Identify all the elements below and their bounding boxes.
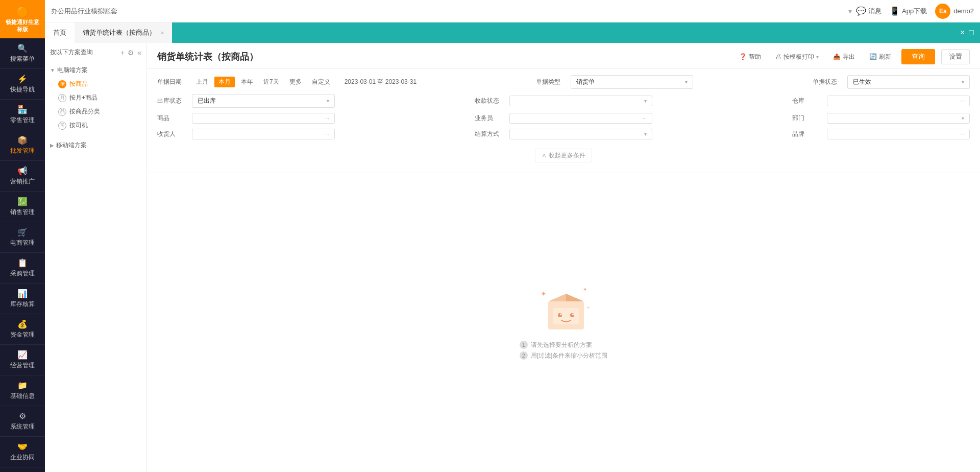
- logo-icon: 🟠: [3, 5, 42, 18]
- doc-status-select[interactable]: 已生效 ▾: [847, 75, 970, 89]
- topbar: 办公用品行业模拟账套 ▾ 💬 消息 📱 App下载 Ea demo2: [45, 0, 980, 22]
- sidebar-item-wholesale[interactable]: 📦 批发管理: [0, 130, 45, 161]
- date-tab-custom[interactable]: 自定义: [308, 77, 334, 87]
- sidebar-item-purchase[interactable]: 📋 采购管理: [0, 253, 45, 284]
- sales-icon: 💹: [17, 197, 28, 206]
- goods-select[interactable]: ···: [192, 113, 335, 124]
- print-btn[interactable]: 🖨 按模板打印 ▾: [771, 51, 823, 63]
- query-btn[interactable]: 查询: [901, 49, 935, 64]
- refresh-icon: 🔄: [869, 53, 877, 60]
- svg-point-4: [560, 314, 561, 315]
- collapse-more-btn[interactable]: ∧ 收起更多条件: [535, 149, 592, 162]
- sidebar-item-operations[interactable]: 📈 经营管理: [0, 345, 45, 375]
- receiver-select[interactable]: ···: [192, 129, 335, 139]
- tab-close-icon[interactable]: ×: [161, 30, 164, 36]
- page-header: 销货单统计表（按商品） ❓ 帮助 🖨 按模板打印 ▾ 📤 导出: [147, 43, 980, 69]
- sidebar-item-retail[interactable]: 🏪 零售管理: [0, 100, 45, 130]
- tree-child-goods-cat[interactable]: 品 按商品分类: [45, 105, 146, 119]
- warehouse-select[interactable]: ···: [827, 96, 970, 106]
- sidebar-item-collab[interactable]: 🤝 企业协同: [0, 437, 45, 467]
- tab-home[interactable]: 首页: [45, 22, 75, 43]
- date-tab-thisyear[interactable]: 本年: [237, 77, 257, 87]
- date-range-value: 2023-03-01 至 2023-03-31: [345, 78, 416, 86]
- sidebar-operations-label: 经营管理: [10, 361, 35, 370]
- tree-child-driver[interactable]: 司 按司机: [45, 119, 146, 132]
- user-menu[interactable]: Ea demo2: [935, 4, 974, 19]
- filter-area: 单据日期 上月 本月 本年 近7天 更多 自定义 2023-03-01 至 20…: [147, 69, 980, 173]
- tree-child-goods[interactable]: 按 按商品: [45, 77, 146, 91]
- date-tab-7days[interactable]: 近7天: [259, 77, 283, 87]
- svg-point-2: [558, 313, 562, 317]
- sidebar-item-marketing[interactable]: 📢 营销推广: [0, 161, 45, 192]
- receiver-arrow: ···: [325, 131, 329, 137]
- tree-parent-mobile[interactable]: ▶ 移动端方案: [45, 138, 146, 152]
- date-tab-more[interactable]: 更多: [285, 77, 306, 87]
- doc-type-select[interactable]: 销货单 ▾: [571, 75, 693, 89]
- tree-parent-desktop[interactable]: ▼ 电脑端方案: [45, 63, 146, 77]
- refresh-btn[interactable]: 🔄 刷新: [865, 51, 895, 63]
- help-label: 帮助: [749, 53, 761, 61]
- doc-status-arrow: ▾: [962, 79, 964, 85]
- dept-select[interactable]: ▾: [827, 113, 970, 124]
- tip-1-text: 请先选择要分析的方案: [531, 341, 592, 349]
- filter-row-1: 单据日期 上月 本月 本年 近7天 更多 自定义 2023-03-01 至 20…: [157, 75, 970, 89]
- sidebar-item-sales[interactable]: 💹 销售管理: [0, 192, 45, 222]
- user-name: demo2: [953, 7, 974, 15]
- close-window-btn[interactable]: ×: [960, 28, 965, 37]
- tree-child-month-goods[interactable]: 月 按月+商品: [45, 91, 146, 105]
- app-download-icon: 📱: [890, 6, 900, 16]
- print-dropdown-icon[interactable]: ▾: [816, 54, 819, 60]
- sidebar-logo[interactable]: 🟠 畅捷通好生意 标版: [0, 0, 45, 38]
- out-status-arrow: ▾: [327, 98, 329, 104]
- industry-dropdown[interactable]: ▾: [848, 7, 852, 15]
- salesman-arrow: ···: [643, 115, 647, 121]
- salesman-select[interactable]: ···: [509, 113, 652, 124]
- right-panel: 销货单统计表（按商品） ❓ 帮助 🖨 按模板打印 ▾ 📤 导出: [147, 43, 980, 472]
- sidebar-item-sysadmin[interactable]: ⚙ 系统管理: [0, 406, 45, 437]
- collect-status-label: 收款状态: [475, 97, 505, 105]
- tree-section-mobile: ▶ 移动端方案: [45, 135, 146, 155]
- app-download-label: App下载: [902, 7, 927, 16]
- purchase-icon: 📋: [17, 258, 28, 268]
- tree-child-month-goods-label: 按月+商品: [69, 93, 97, 102]
- salesman-label: 业务员: [475, 114, 505, 123]
- sidebar-item-newguide[interactable]: 🎯 新手引导: [0, 467, 45, 472]
- out-status-select[interactable]: 已出库 ▾: [192, 94, 335, 108]
- message-btn[interactable]: 💬 消息: [856, 6, 881, 16]
- tree-child-goods-label: 按商品: [69, 80, 88, 88]
- maximize-window-btn[interactable]: □: [969, 28, 974, 37]
- refresh-label: 刷新: [879, 53, 891, 61]
- sidebar-item-finance[interactable]: 💰 资金管理: [0, 314, 45, 345]
- sidebar-item-basicinfo[interactable]: 📁 基础信息: [0, 375, 45, 406]
- settings-btn[interactable]: 设置: [941, 49, 970, 64]
- sidebar-item-search[interactable]: 🔍 搜索菜单: [0, 38, 45, 69]
- goods-arrow: ···: [325, 115, 329, 121]
- scheme-settings-btn[interactable]: ⚙: [128, 49, 134, 57]
- add-scheme-btn[interactable]: +: [120, 49, 125, 57]
- payment-select[interactable]: ▾: [509, 129, 652, 139]
- collect-status-select[interactable]: ▾: [509, 96, 652, 106]
- date-tab-lastmonth[interactable]: 上月: [192, 77, 212, 87]
- app-download-btn[interactable]: 📱 App下载: [890, 6, 927, 16]
- collapse-panel-btn[interactable]: «: [137, 49, 141, 57]
- date-tab-thismonth[interactable]: 本月: [214, 77, 235, 87]
- avatar-text: Ea: [939, 8, 947, 15]
- sidebar-inventory-label: 库存核算: [10, 300, 35, 309]
- export-btn[interactable]: 📤 导出: [829, 51, 859, 63]
- help-btn[interactable]: ❓ 帮助: [735, 51, 765, 63]
- sidebar-item-quicknav[interactable]: ⚡ 快捷导航: [0, 69, 45, 100]
- sidebar-item-inventory[interactable]: 📊 库存核算: [0, 284, 45, 314]
- brand-select[interactable]: ···: [827, 129, 970, 139]
- industry-title: 办公用品行业模拟账套: [51, 7, 844, 16]
- sidebar-item-ecommerce[interactable]: 🛒 电商管理: [0, 222, 45, 253]
- filter-row-3: 商品 ··· 业务员 ··· 部门 ▾: [157, 113, 970, 124]
- tree-section-desktop: ▼ 电脑端方案 按 按商品 月 按月+商品 品: [45, 60, 146, 135]
- tab-sales-stat[interactable]: 销货单统计表（按商品） ×: [75, 22, 172, 43]
- ecommerce-icon: 🛒: [17, 227, 28, 237]
- date-tabs: 上月 本月 本年 近7天 更多 自定义: [192, 77, 334, 87]
- doc-status-value: 已生效: [853, 78, 871, 86]
- empty-tip-2: 2 用[过滤]条件来缩小分析范围: [520, 351, 608, 360]
- warehouse-label: 仓库: [792, 97, 823, 105]
- month-goods-scheme-icon: 月: [58, 94, 66, 102]
- basicinfo-icon: 📁: [17, 381, 28, 390]
